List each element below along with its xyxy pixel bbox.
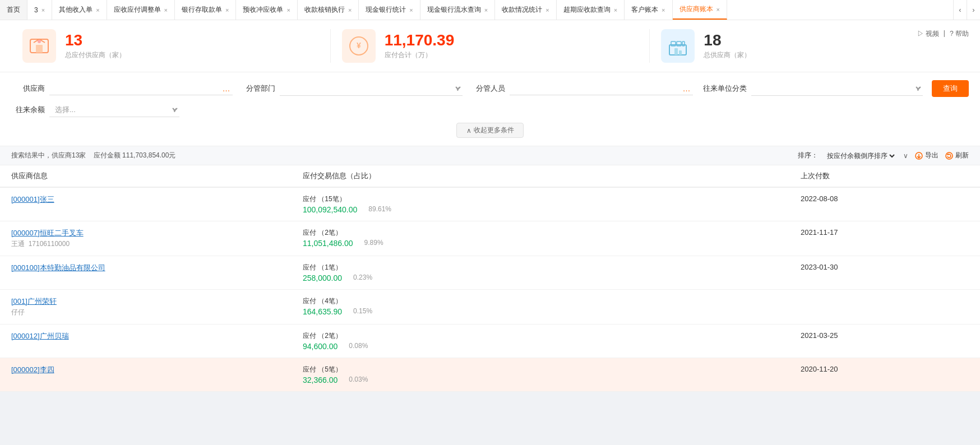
trans-row: 11,051,486.00 9.89% [303, 238, 801, 248]
trans-info-col: 应付 （5笔） 32,366.00 0.03% [303, 365, 801, 384]
supplier-info-col: [000007]恒旺二手叉车 王通 17106110000 [11, 228, 303, 249]
nav-prepaid-ar-close[interactable]: × [286, 7, 290, 13]
nav-customer-book-close[interactable]: × [662, 7, 665, 13]
supplier-link[interactable]: [000007]恒旺二手叉车 [11, 229, 84, 237]
svg-rect-9 [674, 48, 678, 55]
balance-select-wrap: 选择... ∨ [49, 103, 179, 117]
trans-amount[interactable]: 11,051,486.00 [303, 239, 353, 248]
nav-other-income[interactable]: 其他收入单 × [52, 0, 107, 20]
trans-amount[interactable]: 94,600.00 [303, 342, 338, 351]
dept-filter: 分管部门 ∨ [242, 81, 463, 96]
person-input[interactable] [510, 82, 693, 95]
nav-bank-deposit[interactable]: 银行存取款单 × [175, 0, 236, 20]
nav-prev-arrow[interactable]: ‹ [953, 0, 967, 20]
nav-tab3-close[interactable]: × [41, 7, 45, 13]
nav-receipt-stat[interactable]: 收款情况统计 × [495, 0, 556, 20]
ap-total-icon: ¥ [342, 29, 376, 63]
nav-customer-book[interactable]: 客户账本 × [625, 0, 672, 20]
nav-receipt-stat-close[interactable]: × [546, 7, 549, 13]
nav-cash-flow-query-close[interactable]: × [484, 7, 488, 13]
person-input-wrap: … [510, 82, 693, 95]
filter-area: 供应商 … 分管部门 ∨ 分管人员 … 往来单位分类 [0, 72, 980, 146]
collapse-label: 收起更多条件 [474, 126, 514, 135]
nav-cash-flow-query-label: 现金银行流水查询 [427, 5, 481, 15]
person-dots-icon[interactable]: … [683, 84, 691, 93]
last-pay-col: 2020-11-20 [801, 365, 969, 373]
nav-ar-ap-adjust-close[interactable]: × [164, 7, 168, 13]
supplier-link[interactable]: [000002]李四 [11, 365, 54, 374]
stat-ap-suppliers: 13 总应付供应商（家） [11, 29, 330, 63]
ap-total-content: 11,170.39 应付合计（万） [385, 33, 455, 60]
trans-label: 应付 （2笔） [303, 331, 801, 341]
trans-row: 164,635.90 0.15% [303, 306, 801, 316]
supplier-link[interactable]: [000100]本特勤油品有限公司 [11, 263, 105, 272]
export-button[interactable]: 导出 [915, 151, 939, 160]
help-icon: ? [950, 30, 954, 38]
arrow-right-icon: › [972, 6, 974, 14]
last-pay-date: 2022-08-08 [801, 194, 838, 203]
nav-cash-bank-stat-close[interactable]: × [409, 7, 413, 13]
nav-tab3[interactable]: 3 × [27, 0, 52, 20]
nav-other-income-close[interactable]: × [96, 7, 99, 13]
nav-cash-bank-stat[interactable]: 现金银行统计 × [359, 0, 420, 20]
trans-info-col: 应付 （2笔） 94,600.00 0.08% [303, 331, 801, 351]
balance-select[interactable]: 选择... [49, 103, 179, 117]
total-suppliers-label: 总供应商（家） [704, 50, 751, 60]
nav-supplier-book[interactable]: 供应商账本 × [673, 0, 727, 20]
nav-prepaid-ar[interactable]: 预收冲应收单 × [236, 0, 297, 20]
nav-receipt-exec[interactable]: 收款核销执行 × [298, 0, 359, 20]
refresh-label: 刷新 [955, 151, 969, 160]
total-suppliers-icon [661, 29, 695, 63]
nav-receipt-exec-close[interactable]: × [348, 7, 352, 13]
supplier-input[interactable] [49, 82, 233, 95]
supplier-filter-label: 供应商 [11, 84, 45, 94]
trans-row: 94,600.00 0.08% [303, 341, 801, 351]
trans-amount[interactable]: 164,635.90 [303, 307, 342, 316]
supplier-dots-icon[interactable]: … [223, 84, 230, 93]
ap-suppliers-icon [22, 29, 56, 63]
help-link[interactable]: ? 帮助 [950, 29, 969, 39]
refresh-icon [945, 152, 953, 160]
nav-home[interactable]: 首页 [0, 0, 27, 20]
search-button[interactable]: 查询 [932, 80, 969, 97]
table-row: [000001]张三 应付 （15笔） 100,092,540.00 89.61… [0, 188, 980, 221]
summary-amount-text: 应付金额 111,703,854.00元 [94, 151, 176, 159]
arrow-left-icon: ‹ [959, 6, 961, 14]
table-header: 供应商信息 应付交易信息（占比） 上次付数 [0, 165, 980, 188]
trans-amount[interactable]: 100,092,540.00 [303, 205, 357, 214]
header-trans-info: 应付交易信息（占比） [303, 171, 801, 181]
trans-pct: 0.15% [353, 307, 372, 315]
supplier-link[interactable]: [000012]广州贝瑞 [11, 332, 69, 340]
nav-customer-book-label: 客户账本 [631, 5, 658, 15]
person-filter-label: 分管人员 [471, 84, 505, 94]
refresh-svg [945, 152, 953, 160]
nav-next-arrow[interactable]: › [967, 0, 980, 20]
trans-amount[interactable]: 258,000.00 [303, 274, 342, 282]
supplier-sub-info: 王通 17106110000 [11, 239, 303, 249]
trans-row: 258,000.00 0.23% [303, 272, 801, 282]
person-filter: 分管人员 … [471, 82, 693, 95]
nav-ar-ap-adjust[interactable]: 应收应付调整单 × [107, 0, 175, 20]
nav-supplier-book-label: 供应商账本 [679, 4, 713, 14]
sort-select[interactable]: 按应付余额倒序排序 [825, 151, 896, 160]
nav-overdue-ar[interactable]: 超期应收款查询 × [557, 0, 625, 20]
nav-cash-flow-query[interactable]: 现金银行流水查询 × [420, 0, 495, 20]
supplier-link[interactable]: [001]广州荣轩 [11, 297, 57, 305]
export-svg [915, 152, 923, 160]
summary-main-text: 搜索结果中，供应商13家 [11, 151, 86, 159]
video-link[interactable]: ▷ 视频 [917, 29, 939, 39]
nav-overdue-ar-close[interactable]: × [614, 7, 617, 13]
nav-supplier-book-close[interactable]: × [716, 6, 720, 13]
last-pay-date: 2020-11-20 [801, 365, 838, 373]
table-row: [000007]恒旺二手叉车 王通 17106110000 应付 （2笔） 11… [0, 221, 980, 256]
nav-ar-ap-adjust-label: 应收应付调整单 [114, 5, 161, 15]
category-select[interactable] [751, 81, 923, 95]
supplier-info-col: [000012]广州贝瑞 [11, 331, 303, 341]
collapse-button[interactable]: ∧ 收起更多条件 [456, 123, 524, 138]
trans-amount[interactable]: 32,366.00 [303, 376, 338, 384]
dept-select[interactable] [280, 81, 463, 95]
supplier-link[interactable]: [000001]张三 [11, 195, 54, 203]
refresh-button[interactable]: 刷新 [945, 151, 969, 160]
top-navigation: 首页 3 × 其他收入单 × 应收应付调整单 × 银行存取款单 × 预收冲应收单… [0, 0, 980, 20]
nav-bank-deposit-close[interactable]: × [225, 7, 229, 13]
